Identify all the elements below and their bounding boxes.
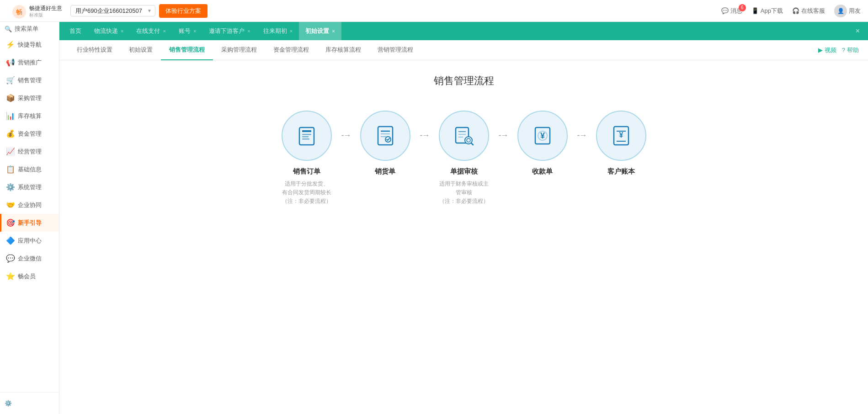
- nav-tab-init-settings-label: 初始设置: [305, 27, 329, 35]
- nav-tab-invite[interactable]: 邀请下游客户 ×: [202, 22, 256, 40]
- nav-tab-payment[interactable]: 在线支付 ×: [130, 22, 172, 40]
- nav-tab-period-label: 往来期初: [263, 27, 287, 35]
- sidebar-item-marketing[interactable]: 📢 营销推广: [0, 53, 59, 71]
- sub-tab-industry[interactable]: 行业特性设置: [69, 40, 121, 60]
- sidebar-label-collaboration: 企业协同: [18, 201, 42, 209]
- sidebar-item-membership[interactable]: ⭐ 畅会员: [0, 267, 59, 285]
- sub-tab-finance-flow[interactable]: 资金管理流程: [265, 40, 317, 60]
- sub-tab-purchase-flow[interactable]: 采购管理流程: [213, 40, 265, 60]
- sidebar-label-inventory: 库存核算: [18, 112, 42, 120]
- content-area: 首页 物流快递 × 在线支付 × 账号 × 邀请下游客户 × 往来期初 ×: [59, 22, 868, 414]
- gear-icon: ⚙️: [6, 183, 14, 191]
- sidebar-item-finance[interactable]: 💰 资金管理: [0, 125, 59, 143]
- sidebar-item-basic-info[interactable]: 📋 基础信息: [0, 160, 59, 178]
- svg-text:¥: ¥: [619, 131, 623, 139]
- logo: 畅 畅捷通好生意 标准版: [7, 0, 67, 24]
- header-right: 💬 消息 6 📱 App下载 🎧 在线客服 👤 用友: [721, 5, 861, 17]
- nav-tab-period[interactable]: 往来期初 ×: [257, 22, 299, 40]
- apps-icon: 🔷: [6, 236, 14, 245]
- logo-text: 畅捷通好生意: [29, 5, 62, 12]
- sidebar-item-collaboration[interactable]: 🤝 企业协同: [0, 196, 59, 214]
- nav-tab-init-settings-close[interactable]: ×: [332, 28, 335, 34]
- nav-close-all-button[interactable]: ×: [851, 27, 864, 35]
- svg-rect-4: [302, 134, 311, 135]
- app-download-button[interactable]: 📱 App下载: [751, 7, 783, 15]
- sidebar-item-guide[interactable]: 🎯 新手引导: [0, 214, 59, 232]
- sidebar-item-inventory[interactable]: 📊 库存核算: [0, 107, 59, 125]
- sub-tab-inventory-flow[interactable]: 库存核算流程: [317, 40, 369, 60]
- nav-tab-payment-close[interactable]: ×: [163, 28, 165, 34]
- lightning-icon: ⚡: [6, 40, 14, 49]
- sidebar-item-operations[interactable]: 📈 经营管理: [0, 143, 59, 160]
- sub-tab-finance-flow-label: 资金管理流程: [273, 46, 309, 54]
- nav-tab-payment-label: 在线支付: [136, 27, 160, 35]
- flow-label-receipt: 收款单: [532, 167, 553, 176]
- sidebar-label-enterprise-wechat: 企业微信: [18, 255, 42, 263]
- nav-tab-logistics-close[interactable]: ×: [121, 28, 123, 34]
- online-service-button[interactable]: 🎧 在线客服: [792, 7, 825, 15]
- help-button[interactable]: ? 帮助: [842, 46, 859, 54]
- logo-sub: 标准版: [29, 12, 62, 18]
- sub-tab-sales-flow[interactable]: 销售管理流程: [161, 40, 213, 60]
- sub-tab-inventory-flow-label: 库存核算流程: [325, 46, 361, 54]
- user-selector[interactable]: 用户690企业1660120507 ▼: [70, 5, 155, 16]
- flow-desc-audit: 适用于财务审核或主管审核（注：非必要流程）: [439, 180, 489, 206]
- sub-tab-marketing-flow[interactable]: 营销管理流程: [369, 40, 421, 60]
- sidebar-item-quick-nav[interactable]: ⚡ 快捷导航: [0, 36, 59, 53]
- delivery-icon: [373, 124, 397, 148]
- online-service-label: 在线客服: [801, 7, 825, 15]
- help-icon: ?: [842, 47, 845, 53]
- nav-tab-account-close[interactable]: ×: [193, 28, 196, 34]
- message-button[interactable]: 💬 消息 6: [721, 7, 742, 15]
- audit-icon: [452, 124, 476, 148]
- trending-icon: 📈: [6, 147, 14, 156]
- sidebar-label-membership: 畅会员: [18, 272, 36, 281]
- flow-circle-receipt: ¥: [517, 111, 568, 161]
- settings-bottom-btn[interactable]: ⚙️: [0, 396, 59, 410]
- sidebar-item-enterprise-wechat[interactable]: 💬 企业微信: [0, 249, 59, 267]
- settings-icon: ⚙️: [5, 400, 12, 407]
- flow-step-account: ¥ 客户账本: [585, 111, 658, 180]
- nav-tab-account[interactable]: 账号 ×: [172, 22, 202, 40]
- flow-circle-audit: [439, 111, 489, 161]
- sub-tab-init[interactable]: 初始设置: [121, 40, 161, 60]
- sidebar-label-basic-info: 基础信息: [18, 165, 42, 174]
- search-menu-item[interactable]: 🔍 搜索菜单: [0, 22, 59, 36]
- sub-tab-industry-label: 行业特性设置: [77, 46, 112, 54]
- video-help-button[interactable]: ▶ 视频: [818, 46, 836, 54]
- user-profile-button[interactable]: 👤 用友: [834, 5, 861, 17]
- header-left: 畅 畅捷通好生意 标准版 用户690企业1660120507 ▼ 体验行业方案: [7, 0, 208, 24]
- nav-tab-home-label: 首页: [69, 27, 81, 35]
- sidebar-label-system: 系统管理: [18, 183, 42, 191]
- top-header: 畅 畅捷通好生意 标准版 用户690企业1660120507 ▼ 体验行业方案 …: [0, 0, 868, 22]
- handshake-icon: 🤝: [6, 201, 14, 209]
- help-label: 帮助: [847, 46, 859, 54]
- sidebar-item-sales[interactable]: 🛒 销售管理: [0, 71, 59, 89]
- sidebar-item-purchase[interactable]: 📦 采购管理: [0, 89, 59, 107]
- flow-label-delivery: 销货单: [375, 167, 395, 176]
- avatar: 👤: [834, 5, 847, 17]
- flow-circle-delivery: [360, 111, 410, 161]
- nav-tab-home[interactable]: 首页: [63, 22, 88, 40]
- user-select-input[interactable]: 用户690企业1660120507: [70, 5, 155, 16]
- trial-button[interactable]: 体验行业方案: [159, 4, 208, 18]
- sub-tab-purchase-flow-label: 采购管理流程: [221, 46, 257, 54]
- message-badge: 6: [739, 4, 746, 11]
- main-layout: 🔍 搜索菜单 ⚡ 快捷导航 📢 营销推广 🛒 销售管理 📦 采购管理 📊 库存核…: [0, 22, 868, 414]
- sidebar-item-app-center[interactable]: 🔷 应用中心: [0, 232, 59, 249]
- nav-tab-logistics[interactable]: 物流快递 ×: [88, 22, 130, 40]
- nav-tab-invite-close[interactable]: ×: [247, 28, 250, 34]
- sidebar-label-guide: 新手引导: [18, 219, 42, 227]
- megaphone-icon: 📢: [6, 58, 14, 67]
- nav-tab-period-close[interactable]: ×: [290, 28, 293, 34]
- flow-label-audit: 单据审核: [450, 167, 478, 176]
- page-title: 销售管理流程: [78, 74, 850, 88]
- sidebar-label-marketing: 营销推广: [18, 58, 42, 67]
- nav-tab-init-settings[interactable]: 初始设置 ×: [299, 22, 341, 40]
- order-icon: [295, 124, 319, 148]
- flow-step-receipt: ¥ 收款单: [506, 111, 579, 180]
- sub-tab-init-label: 初始设置: [129, 46, 153, 54]
- video-icon: ▶: [818, 47, 823, 53]
- sidebar-item-system[interactable]: ⚙️ 系统管理: [0, 178, 59, 196]
- nav-tab-logistics-label: 物流快递: [94, 27, 118, 35]
